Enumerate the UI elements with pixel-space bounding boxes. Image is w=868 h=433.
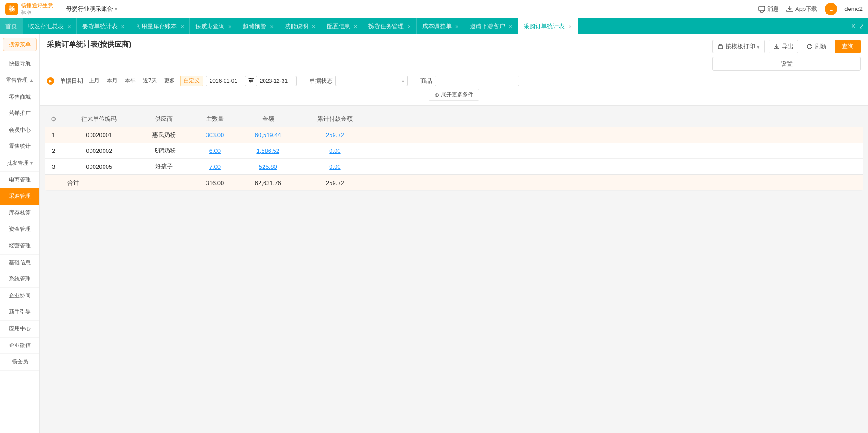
message-icon bbox=[758, 5, 765, 13]
export-button[interactable]: 导出 bbox=[769, 40, 798, 53]
footer-extra bbox=[372, 175, 863, 191]
sidebar-item-system-mgmt[interactable]: 系统管理 bbox=[0, 271, 39, 288]
date-filter-label: 单据日期 bbox=[60, 77, 83, 85]
query-button[interactable]: 查询 bbox=[835, 40, 861, 53]
close-tab-cost-adjust[interactable]: × bbox=[455, 23, 459, 30]
sidebar-item-enterprise-wechat[interactable]: 企业微信 bbox=[0, 338, 39, 354]
shortcut-last-month[interactable]: 上月 bbox=[86, 76, 102, 86]
shortcut-this-year[interactable]: 本年 bbox=[122, 76, 138, 86]
sidebar-item-retail-stats[interactable]: 零售统计 bbox=[0, 138, 39, 155]
tab-home[interactable]: 首页 bbox=[0, 18, 23, 34]
close-tab-available-stock[interactable]: × bbox=[180, 23, 184, 30]
row-2-supplier: 飞鹤奶粉 bbox=[136, 143, 192, 159]
filter-toggle-button[interactable]: ▶ bbox=[47, 77, 54, 85]
table-row: 1 00020001 惠氏奶粉 303.00 60,519.44 259.72 bbox=[45, 127, 863, 143]
row-2-qty[interactable]: 6.00 bbox=[192, 143, 238, 159]
row-1-paid[interactable]: 259.72 bbox=[298, 127, 372, 143]
column-settings-icon[interactable]: ⚙ bbox=[51, 115, 57, 123]
tab-invite-customer[interactable]: 邀请下游客户 × bbox=[464, 18, 518, 34]
user-name[interactable]: demo2 bbox=[844, 5, 863, 12]
row-2-code: 00020002 bbox=[62, 143, 136, 159]
footer-amount: 62,631.76 bbox=[238, 175, 298, 191]
status-select-wrap bbox=[335, 76, 408, 86]
sidebar-item-enterprise-collab[interactable]: 企业协同 bbox=[0, 288, 39, 305]
close-tab-overstock-warning[interactable]: × bbox=[270, 23, 274, 30]
nav-tabs-controls: × ⤢ bbox=[848, 18, 868, 34]
sidebar-item-operation-mgmt[interactable]: 经营管理 bbox=[0, 238, 39, 255]
message-button[interactable]: 消息 bbox=[758, 5, 779, 13]
sidebar-item-app-center[interactable]: 应用中心 bbox=[0, 321, 39, 338]
sidebar-item-member-pro[interactable]: 畅会员 bbox=[0, 354, 39, 371]
sidebar-search-button[interactable]: 搜索菜单 bbox=[3, 38, 37, 51]
row-3-amount[interactable]: 525.80 bbox=[238, 159, 298, 175]
sidebar-item-finance-mgmt[interactable]: 资金管理 bbox=[0, 221, 39, 238]
close-tab-stock-summary[interactable]: × bbox=[67, 23, 71, 30]
main-layout: 搜索菜单 快捷导航 零售管理 ▲ 零售商城 营销推广 会员中心 零售统计 批发管… bbox=[0, 34, 868, 433]
date-to-input[interactable] bbox=[256, 76, 297, 86]
close-tab-expiry-query[interactable]: × bbox=[228, 23, 232, 30]
col-paid: 累计付款金额 bbox=[298, 111, 372, 127]
tab-order-stats[interactable]: 要货单统计表 × bbox=[77, 18, 131, 34]
app-download-button[interactable]: App下载 bbox=[786, 5, 817, 13]
shortcut-this-month[interactable]: 本月 bbox=[104, 76, 120, 86]
nav-expand-icon[interactable]: ⤢ bbox=[859, 23, 864, 30]
tab-expiry-query[interactable]: 保质期查询 × bbox=[190, 18, 238, 34]
tab-purchase-order-stats[interactable]: 采购订单统计表 × bbox=[518, 18, 578, 34]
row-1-qty[interactable]: 303.00 bbox=[192, 127, 238, 143]
row-2-amount[interactable]: 1,586.52 bbox=[238, 143, 298, 159]
refresh-button[interactable]: 刷新 bbox=[802, 40, 831, 53]
close-tab-pick-task[interactable]: × bbox=[407, 23, 411, 30]
tab-function-desc[interactable]: 功能说明 × bbox=[279, 18, 321, 34]
print-button[interactable]: 按模板打印 ▾ bbox=[712, 40, 765, 53]
close-tab-function-desc[interactable]: × bbox=[312, 23, 316, 30]
settings-button[interactable]: 设置 bbox=[712, 57, 861, 71]
date-from-input[interactable] bbox=[206, 76, 246, 86]
tab-stock-summary[interactable]: 收发存汇总表 × bbox=[23, 18, 77, 34]
tab-cost-adjust[interactable]: 成本调整单 × bbox=[417, 18, 465, 34]
sidebar-item-member-center[interactable]: 会员中心 bbox=[0, 122, 39, 139]
row-2-paid[interactable]: 0.00 bbox=[298, 143, 372, 159]
sidebar-nav-section: 快捷导航 bbox=[0, 55, 39, 72]
shortcut-more[interactable]: 更多 bbox=[161, 76, 178, 86]
row-3-paid[interactable]: 0.00 bbox=[298, 159, 372, 175]
close-tab-invite-customer[interactable]: × bbox=[509, 23, 512, 30]
col-extra bbox=[372, 111, 863, 127]
close-tab-purchase-order-stats[interactable]: × bbox=[568, 23, 572, 30]
close-tab-config-info[interactable]: × bbox=[354, 23, 358, 30]
shortcut-7-days[interactable]: 近7天 bbox=[140, 76, 160, 86]
status-select[interactable] bbox=[335, 76, 408, 86]
row-1-extra bbox=[372, 127, 863, 143]
sidebar-item-basic-info[interactable]: 基础信息 bbox=[0, 255, 39, 271]
sidebar-item-marketing[interactable]: 营销推广 bbox=[0, 105, 39, 122]
goods-filter-input[interactable] bbox=[435, 76, 519, 86]
sidebar-item-ecommerce-mgmt[interactable]: 电商管理 bbox=[0, 172, 39, 189]
sidebar-item-wholesale-mgmt[interactable]: 批发管理 ▾ bbox=[0, 155, 39, 172]
filter-area: ▶ 单据日期 上月 本月 本年 近7天 更多 自定义 至 bbox=[40, 71, 868, 106]
logo-text: 畅捷通好生意 标版 bbox=[21, 2, 53, 15]
svg-rect-0 bbox=[759, 6, 765, 11]
sidebar-item-retail-mgmt[interactable]: 零售管理 ▲ bbox=[0, 72, 39, 89]
tab-config-info[interactable]: 配置信息 × bbox=[321, 18, 363, 34]
row-num-2: 2 bbox=[45, 143, 62, 159]
goods-more-icon[interactable]: ··· bbox=[522, 77, 528, 85]
table-footer-row: 合计 316.00 62,631.76 259.72 bbox=[45, 175, 863, 191]
sidebar-item-inventory-check[interactable]: 库存核算 bbox=[0, 205, 39, 222]
sidebar-quick-nav[interactable]: 快捷导航 bbox=[2, 58, 38, 69]
tab-available-stock[interactable]: 可用量库存账本 × bbox=[130, 18, 190, 34]
tab-overstock-warning[interactable]: 超储预警 × bbox=[237, 18, 279, 34]
sidebar-item-newbie-guide[interactable]: 新手引导 bbox=[0, 304, 39, 321]
table-header-row: ⚙ 往来单位编码 供应商 主数量 金额 累计付款金额 bbox=[45, 111, 863, 127]
expand-more-filters-button[interactable]: ⊕ 展开更多条件 bbox=[429, 89, 479, 101]
workspace-selector[interactable]: 母婴行业演示账套 ▾ bbox=[66, 5, 117, 13]
goods-filter-label: 商品 bbox=[420, 77, 432, 85]
top-bar: 畅 畅捷通好生意 标版 母婴行业演示账套 ▾ 消息 App下载 E demo2 bbox=[0, 0, 868, 18]
close-tab-order-stats[interactable]: × bbox=[121, 23, 125, 30]
row-3-qty[interactable]: 7.00 bbox=[192, 159, 238, 175]
sidebar-item-retail-shop[interactable]: 零售商城 bbox=[0, 89, 39, 106]
row-1-code: 00020001 bbox=[62, 127, 136, 143]
printer-icon bbox=[717, 43, 724, 50]
row-1-amount[interactable]: 60,519.44 bbox=[238, 127, 298, 143]
nav-close-all-icon[interactable]: × bbox=[851, 22, 855, 30]
sidebar-item-purchase-mgmt[interactable]: 采购管理 bbox=[0, 188, 39, 205]
tab-pick-task[interactable]: 拣货任务管理 × bbox=[363, 18, 417, 34]
